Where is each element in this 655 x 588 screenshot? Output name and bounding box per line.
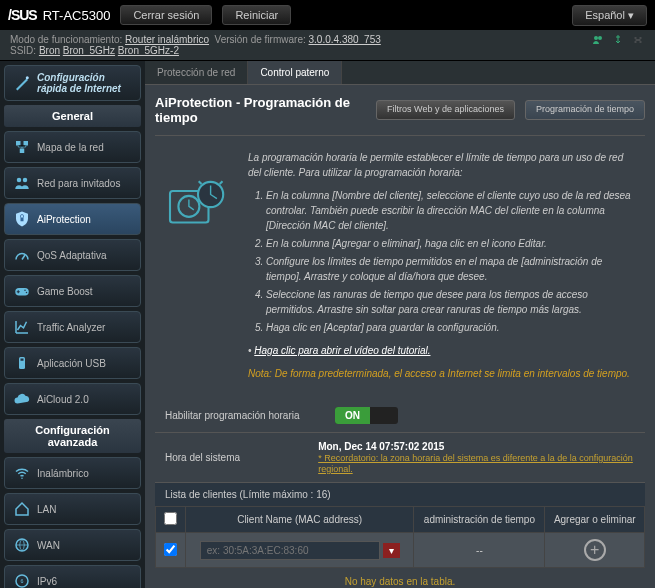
sidebar-item-aiprotection[interactable]: AiProtection <box>4 203 141 235</box>
svg-rect-5 <box>20 149 25 154</box>
svg-text:6: 6 <box>21 578 24 584</box>
advanced-heading: Configuración avanzada <box>4 419 141 453</box>
brand-logo: /SUS RT-AC5300 <box>8 7 110 23</box>
ssid-3[interactable]: Bron_5GHz-2 <box>118 45 179 56</box>
svg-rect-8 <box>21 218 24 222</box>
client-icon <box>591 34 605 46</box>
gauge-icon <box>13 246 31 264</box>
sidebar-item-lan[interactable]: LAN <box>4 493 141 525</box>
tab-parental-control[interactable]: Control paterno <box>248 61 342 84</box>
col-client-name: Client Name (MAC address) <box>186 507 414 533</box>
sidebar-item-traffic[interactable]: Traffic Analyzer <box>4 311 141 343</box>
note-text: Nota: De forma predeterminada, el acceso… <box>248 366 637 381</box>
fw-link[interactable]: 3.0.0.4.380_753 <box>309 34 381 45</box>
sidebar-item-wireless[interactable]: Inalámbrico <box>4 457 141 489</box>
sidebar-item-network-map[interactable]: Mapa de la red <box>4 131 141 163</box>
guest-icon <box>13 174 31 192</box>
link-icon <box>631 34 645 46</box>
svg-rect-4 <box>24 141 29 146</box>
svg-point-6 <box>17 178 22 183</box>
gamepad-icon <box>13 282 31 300</box>
globe-icon <box>13 536 31 554</box>
sidebar-item-aicloud[interactable]: AiCloud 2.0 <box>4 383 141 415</box>
home-icon <box>13 500 31 518</box>
system-time-label: Hora del sistema <box>165 452 318 463</box>
enable-label: Habilitar programación horaria <box>165 410 335 421</box>
wifi-icon <box>13 464 31 482</box>
tab-network-protection[interactable]: Protección de red <box>145 61 248 84</box>
select-all-checkbox[interactable] <box>164 512 177 525</box>
mac-input[interactable] <box>200 541 380 560</box>
sidebar-item-gameboost[interactable]: Game Boost <box>4 275 141 307</box>
sidebar-item-qos[interactable]: QoS Adaptativa <box>4 239 141 271</box>
chart-icon <box>13 318 31 336</box>
svg-point-1 <box>598 36 602 40</box>
sidebar-item-guest[interactable]: Red para invitados <box>4 167 141 199</box>
system-time-value: Mon, Dec 14 07:57:02 2015 <box>318 441 635 452</box>
reboot-button[interactable]: Reiniciar <box>222 5 291 25</box>
op-mode-link[interactable]: Router inalámbrico <box>125 34 209 45</box>
col-add-remove: Agregar o eliminar <box>545 507 645 533</box>
col-time-admin: administración de tiempo <box>414 507 545 533</box>
svg-rect-13 <box>21 359 24 361</box>
svg-point-10 <box>24 290 26 292</box>
add-client-button[interactable]: + <box>584 539 606 561</box>
tutorial-link[interactable]: Haga clic para abrir el vídeo del tutori… <box>254 345 430 356</box>
client-input-row: ▾ -- + <box>156 533 645 568</box>
tab-strip: Protección de red Control paterno <box>145 61 655 85</box>
general-heading: General <box>4 105 141 127</box>
schedule-button[interactable]: Programación de tiempo <box>525 100 645 120</box>
no-data-message: No hay datos en la tabla. <box>155 568 645 588</box>
main-panel: Protección de red Control paterno AiProt… <box>145 61 655 588</box>
sidebar-item-wan[interactable]: WAN <box>4 529 141 561</box>
svg-point-7 <box>23 178 28 183</box>
clients-heading: Lista de clientes (Límite máximo : 16) <box>155 483 645 506</box>
wand-icon <box>13 74 31 92</box>
svg-point-14 <box>21 478 23 480</box>
client-dropdown-button[interactable]: ▾ <box>383 543 400 558</box>
usb-icon <box>611 34 625 46</box>
shield-icon <box>13 210 31 228</box>
cloud-icon <box>13 390 31 408</box>
svg-point-0 <box>594 36 598 40</box>
logout-button[interactable]: Cerrar sesión <box>120 5 212 25</box>
quick-setup-button[interactable]: Configuración rápida de Internet <box>4 65 141 101</box>
sidebar-item-ipv6[interactable]: 6IPv6 <box>4 565 141 588</box>
row-checkbox[interactable] <box>164 543 177 556</box>
ssid-2[interactable]: Bron_5GHz <box>63 45 115 56</box>
usb-app-icon <box>13 354 31 372</box>
language-select[interactable]: Español ▾ <box>572 5 647 26</box>
sidebar: Configuración rápida de Internet General… <box>0 61 145 588</box>
status-bar: Modo de funcionamiento: Router inalámbri… <box>0 30 655 61</box>
svg-rect-3 <box>16 141 21 146</box>
intro-text: La programación horaria le permite estab… <box>248 150 637 381</box>
clock-icon <box>163 170 233 240</box>
svg-point-2 <box>26 76 29 79</box>
clients-table: Client Name (MAC address) administración… <box>155 506 645 568</box>
svg-point-11 <box>26 292 28 294</box>
map-icon <box>13 138 31 156</box>
top-bar: /SUS RT-AC5300 Cerrar sesión Reiniciar E… <box>0 0 655 30</box>
timezone-reminder-link[interactable]: * Recordatorio: la zona horaria del sist… <box>318 453 633 474</box>
time-admin-cell: -- <box>414 533 545 568</box>
enable-toggle[interactable]: ON <box>335 407 398 424</box>
ipv6-icon: 6 <box>13 572 31 588</box>
page-title: AiProtection - Programación de tiempo <box>155 95 366 125</box>
sidebar-item-usb[interactable]: Aplicación USB <box>4 347 141 379</box>
filters-button[interactable]: Filtros Web y de aplicaciones <box>376 100 515 120</box>
ssid-1[interactable]: Bron <box>39 45 60 56</box>
